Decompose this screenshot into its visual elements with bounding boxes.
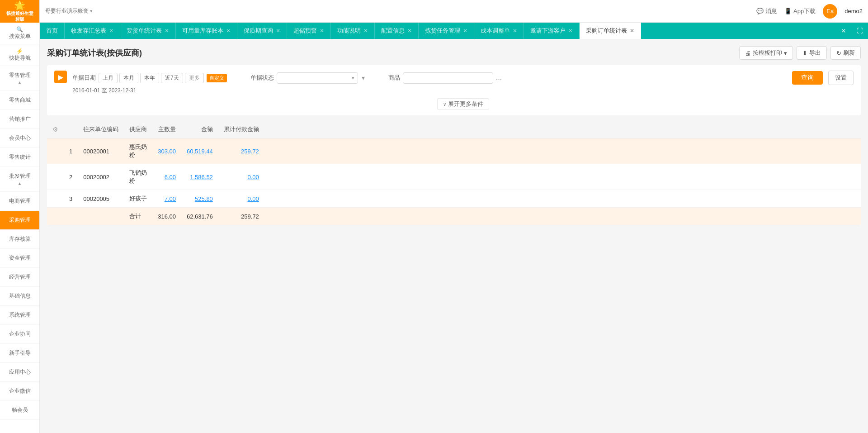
tab-maximize-button[interactable]: ⛶ <box>852 23 868 39</box>
sidebar-item-purchase-mgmt[interactable]: 采购管理 <box>0 211 39 230</box>
date-btn-本月[interactable]: 本月 <box>119 73 138 83</box>
sidebar-item-enterprise-collab[interactable]: 企业协同 <box>0 325 39 344</box>
user-avatar[interactable]: Ea <box>823 4 837 19</box>
message-button[interactable]: 💬 消息 <box>756 7 777 15</box>
sidebar-item-ecommerce[interactable]: 电商管理 <box>0 192 39 211</box>
sidebar-search[interactable]: 🔍 搜索菜单 <box>0 23 39 44</box>
tab-collect-pay[interactable]: 收发存汇总表✕ <box>65 23 120 39</box>
tab-close-inventory-book[interactable]: ✕ <box>226 28 231 34</box>
user-name[interactable]: demo2 <box>844 8 863 14</box>
sidebar-item-label: 库存核算 <box>9 235 31 243</box>
sidebar-item-retail-stats[interactable]: 零售统计 <box>0 148 39 167</box>
tab-invite-downstream[interactable]: 邀请下游客户✕ <box>524 23 580 39</box>
status-select[interactable]: 草稿 已确认 已关闭 <box>277 72 358 84</box>
sidebar-search-label: 搜索菜单 <box>2 33 38 40</box>
tab-inventory-book[interactable]: 可用量库存账本✕ <box>176 23 237 39</box>
tab-config-info[interactable]: 配置信息✕ <box>375 23 419 39</box>
refresh-button[interactable]: ↻ 刷新 <box>830 46 861 60</box>
date-custom-tag[interactable]: 自定义 <box>207 74 227 82</box>
tab-close-function-desc[interactable]: ✕ <box>363 28 368 34</box>
tab-label-goods-stats: 要货单统计表 <box>127 27 162 35</box>
sidebar-item-retail-mall[interactable]: 零售商城 <box>0 91 39 110</box>
col-extra <box>264 121 861 138</box>
goods-filter-input[interactable] <box>403 72 493 84</box>
export-button[interactable]: ⬇ 导出 <box>797 46 827 60</box>
sidebar-item-retail-management[interactable]: 零售管理▲ <box>0 66 39 91</box>
tab-home[interactable]: 首页 <box>40 23 65 39</box>
tab-function-desc[interactable]: 功能说明✕ <box>331 23 375 39</box>
footer-amount: 62,631.76 <box>181 208 218 225</box>
sidebar-item-label: 零售商城 <box>9 96 31 104</box>
table-footer-row: 合计 316.00 62,631.76 259.72 <box>47 208 861 225</box>
date-quick-buttons: 上月本月本年近7天更多 <box>99 73 204 83</box>
table-settings-icon[interactable]: ⚙ <box>52 126 58 133</box>
tab-close-collect-pay[interactable]: ✕ <box>109 28 113 34</box>
sidebar-item-inventory[interactable]: 库存核算 <box>0 230 39 249</box>
tab-shelf-life[interactable]: 保质期查询✕ <box>237 23 287 39</box>
cell-supplier-code-1: 00020001 <box>78 138 124 164</box>
tab-cost-adjust[interactable]: 成本调整单✕ <box>474 23 524 39</box>
expand-row: ∨ 展开更多条件 <box>72 98 854 110</box>
expand-more-button[interactable]: ∨ 展开更多条件 <box>437 98 489 110</box>
filter-toggle-button[interactable]: ▶ <box>54 71 67 83</box>
cell-paid-amount-3[interactable]: 0.00 <box>218 190 264 208</box>
sidebar-item-label: 应用中心 <box>9 368 31 376</box>
sidebar-quicknav[interactable]: ⚡ 快捷导航 <box>0 44 39 66</box>
sidebar-submenu-arrow: ▲ <box>18 181 22 186</box>
query-button[interactable]: 查询 <box>792 71 823 85</box>
filter-ellipsis[interactable]: ... <box>496 74 502 82</box>
sidebar-item-basic-info[interactable]: 基础信息 <box>0 287 39 306</box>
cell-quantity-3[interactable]: 7.00 <box>152 190 181 208</box>
cell-quantity-1[interactable]: 303.00 <box>152 138 181 164</box>
tab-close-cost-adjust[interactable]: ✕ <box>513 28 517 34</box>
cell-amount-1[interactable]: 60,519.44 <box>181 138 218 164</box>
print-icon: 🖨 <box>745 50 751 57</box>
print-button[interactable]: 🖨 按模板打印 ▾ <box>739 46 793 60</box>
date-btn-更多[interactable]: 更多 <box>185 73 204 83</box>
cell-extra-2 <box>264 164 861 190</box>
tab-purchase-stats[interactable]: 采购订单统计表✕ <box>580 23 641 39</box>
tab-close-overstock-warning[interactable]: ✕ <box>320 28 324 34</box>
sidebar-item-system-mgmt[interactable]: 系统管理 <box>0 306 39 325</box>
cell-settings-3 <box>47 190 64 208</box>
tab-close-pick-task[interactable]: ✕ <box>463 28 467 34</box>
date-btn-本年[interactable]: 本年 <box>140 73 159 83</box>
tab-close-config-info[interactable]: ✕ <box>407 28 412 34</box>
sidebar-item-enterprise-wechat[interactable]: 企业微信 <box>0 382 39 401</box>
tab-label-pick-task: 拣货任务管理 <box>425 27 460 35</box>
tab-close-invite-downstream[interactable]: ✕ <box>568 28 573 34</box>
cell-amount-2[interactable]: 1,586.52 <box>181 164 218 190</box>
workspace-selector[interactable]: 母婴行业演示账套 ▾ <box>45 7 93 15</box>
tab-pick-task[interactable]: 拣货任务管理✕ <box>419 23 474 39</box>
tab-goods-stats[interactable]: 要货单统计表✕ <box>120 23 176 39</box>
cell-index-3: 3 <box>64 190 78 208</box>
cell-paid-amount-1[interactable]: 259.72 <box>218 138 264 164</box>
sidebar-item-new-guide[interactable]: 新手引导 <box>0 344 39 363</box>
sidebar-item-member[interactable]: 畅会员 <box>0 401 39 420</box>
tab-overstock-warning[interactable]: 超储预警✕ <box>287 23 331 39</box>
tab-close-shelf-life[interactable]: ✕ <box>276 28 280 34</box>
sidebar-item-label: 会员中心 <box>9 134 31 142</box>
cell-supplier-name-1: 惠氏奶粉 <box>124 138 152 164</box>
tab-label-collect-pay: 收发存汇总表 <box>71 27 106 35</box>
sidebar-item-operations[interactable]: 经营管理 <box>0 268 39 287</box>
sidebar-item-marketing[interactable]: 营销推广 <box>0 110 39 129</box>
app-logo[interactable]: 🌟 畅捷通好生意 标版 <box>0 0 39 23</box>
sidebar-item-finance[interactable]: 资金管理 <box>0 249 39 268</box>
sidebar-item-member-center[interactable]: 会员中心 <box>0 129 39 148</box>
cell-quantity-2[interactable]: 6.00 <box>152 164 181 190</box>
settings-button[interactable]: 设置 <box>828 71 854 85</box>
tab-close-purchase-stats[interactable]: ✕ <box>630 28 634 34</box>
tab-close-goods-stats[interactable]: ✕ <box>165 28 169 34</box>
tab-label-shelf-life: 保质期查询 <box>244 27 273 35</box>
app-download-button[interactable]: 📱 App下载 <box>784 7 816 15</box>
sidebar-item-label: 企业协同 <box>9 330 31 338</box>
sidebar-item-wholesale-mgmt[interactable]: 批发管理▲ <box>0 167 39 192</box>
date-btn-上月[interactable]: 上月 <box>99 73 118 83</box>
date-btn-近7天[interactable]: 近7天 <box>161 73 183 83</box>
cell-paid-amount-2[interactable]: 0.00 <box>218 164 264 190</box>
sidebar-item-app-center[interactable]: 应用中心 <box>0 363 39 382</box>
date-filter-group: 单据日期 上月本月本年近7天更多 自定义 <box>72 73 227 83</box>
tab-close-all-button[interactable]: ✕ <box>835 23 852 39</box>
cell-amount-3[interactable]: 525.80 <box>181 190 218 208</box>
